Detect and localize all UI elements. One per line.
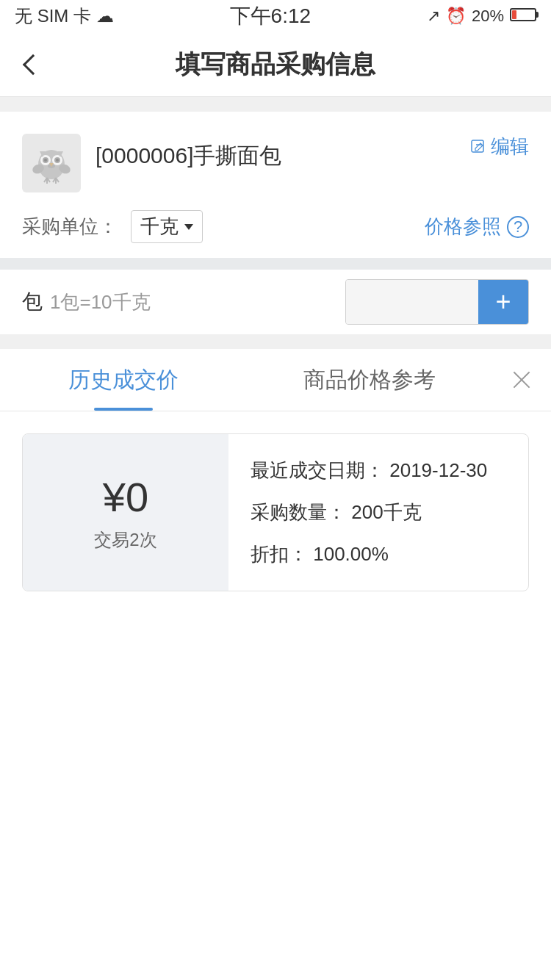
status-time: 下午6:12 [230, 2, 311, 30]
price-card: ¥0 交易2次 最近成交日期： 2019-12-30 采购数量： 200千克 折… [22, 433, 529, 591]
page-title: 填写商品采购信息 [176, 48, 375, 82]
battery-percent: 20% [472, 7, 504, 26]
price-right-panel: 最近成交日期： 2019-12-30 采购数量： 200千克 折扣： 100.0… [228, 434, 528, 591]
unit-container: 采购单位： 千克 [22, 210, 203, 243]
price-reference-button[interactable]: 价格参照 ? [425, 214, 529, 239]
main-content [0, 613, 551, 980]
tab-price-ref-label: 商品价格参考 [303, 365, 436, 395]
quantity-row: 包 1包=10千克 0 + [0, 270, 551, 334]
tabs-close-button[interactable] [492, 349, 551, 411]
battery-icon [510, 7, 536, 26]
edit-icon [470, 139, 486, 155]
sim-text: 无 SIM 卡 ☁ [15, 4, 114, 28]
back-arrow-icon [23, 54, 43, 74]
unit-label: 采购单位： [22, 215, 118, 237]
product-section: [0000006]手撕面包 编辑 采购单位： 千克 价格参照 ? [0, 112, 551, 258]
back-button[interactable] [0, 32, 59, 97]
discount-row: 折扣： 100.00% [251, 540, 506, 569]
tabs-header: 历史成交价 商品价格参考 [0, 349, 551, 411]
edit-button[interactable]: 编辑 [470, 134, 529, 159]
package-conversion-text: 1包=10千克 [50, 289, 151, 315]
product-thumbnail [22, 134, 81, 192]
price-currency: ¥ [103, 474, 126, 520]
quantity-label: 包 1包=10千克 [22, 288, 151, 316]
package-unit-label: 包 [22, 288, 43, 316]
recent-date-label: 最近成交日期： [251, 459, 384, 481]
recent-date-row: 最近成交日期： 2019-12-30 [251, 456, 506, 485]
price-value: ¥0 [103, 473, 148, 521]
product-header: [0000006]手撕面包 编辑 [22, 134, 529, 192]
location-icon: ↗ [427, 7, 440, 26]
section-divider [0, 258, 551, 270]
edit-label: 编辑 [491, 134, 529, 159]
price-ref-label: 价格参照 [425, 214, 501, 239]
quantity-plus-button[interactable]: + [478, 280, 528, 324]
unit-value: 千克 [140, 214, 179, 239]
unit-dropdown-arrow-icon [184, 224, 193, 230]
status-right: ↗ ⏰ 20% [427, 7, 536, 26]
tab-history-price[interactable]: 历史成交价 [0, 349, 246, 411]
discount-label: 折扣： [251, 543, 308, 565]
product-footer: 采购单位： 千克 价格参照 ? [22, 210, 529, 243]
question-icon: ? [507, 216, 529, 238]
quantity-control: 0 + [345, 279, 529, 325]
close-icon [511, 369, 533, 391]
svg-point-5 [44, 159, 47, 162]
quantity-input[interactable]: 0 [346, 280, 478, 324]
tabs-section: 历史成交价 商品价格参考 ¥0 交易2次 最近成交日期： 2019-12-30 [0, 349, 551, 613]
product-thumbnail-icon [29, 141, 73, 185]
quantity-detail-value: 200千克 [351, 501, 421, 523]
nav-bar: 填写商品采购信息 [0, 32, 551, 97]
discount-value: 100.00% [313, 543, 389, 565]
quantity-detail-label: 采购数量： [251, 501, 346, 523]
tab-history-label: 历史成交价 [68, 365, 179, 395]
price-card-area: ¥0 交易2次 最近成交日期： 2019-12-30 采购数量： 200千克 折… [0, 411, 551, 613]
tab-price-reference[interactable]: 商品价格参考 [246, 349, 492, 411]
trade-count: 交易2次 [94, 528, 156, 552]
recent-date-value: 2019-12-30 [389, 459, 487, 481]
price-amount: 0 [126, 474, 148, 520]
quantity-detail-row: 采购数量： 200千克 [251, 498, 506, 527]
status-left: 无 SIM 卡 ☁ [15, 4, 114, 28]
product-left: [0000006]手撕面包 [22, 134, 281, 192]
product-name: [0000006]手撕面包 [96, 134, 281, 171]
status-bar: 无 SIM 卡 ☁ 下午6:12 ↗ ⏰ 20% [0, 0, 551, 32]
svg-point-6 [56, 159, 59, 162]
unit-selector[interactable]: 千克 [131, 210, 203, 243]
price-left-panel: ¥0 交易2次 [23, 434, 228, 591]
alarm-icon: ⏰ [446, 7, 466, 26]
